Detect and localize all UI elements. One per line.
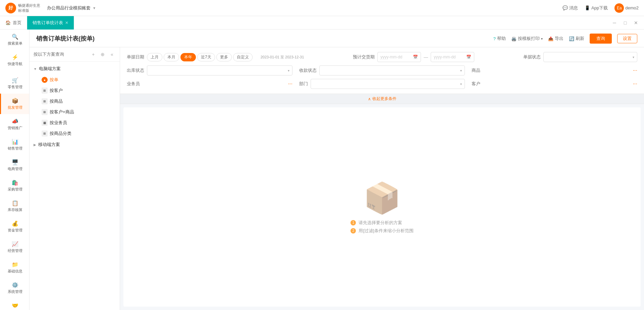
by-order-icon: ● xyxy=(42,77,48,83)
tree-item-by-order[interactable]: ● 按单 xyxy=(30,74,120,85)
salesperson-label: 业务员 xyxy=(127,81,140,87)
tree-group-desktop[interactable]: ▼ 电脑端方案 xyxy=(30,63,120,74)
export-btn[interactable]: 📤 导出 xyxy=(548,36,564,42)
date-btn-last-7-days[interactable]: 近7天 xyxy=(197,53,215,61)
sidebar-item-system[interactable]: ⚙️ 系统管理 xyxy=(0,278,29,298)
tree-group-desktop-label: 电脑端方案 xyxy=(39,66,61,72)
calendar-icon-end: 📅 xyxy=(466,55,471,59)
customer-filter-group: 客户 ··· xyxy=(472,81,637,87)
help-icon: ? xyxy=(493,36,496,41)
date-btn-more[interactable]: 更多 xyxy=(216,53,232,61)
sidebar-item-operation[interactable]: 📈 经营管理 xyxy=(0,237,29,257)
home-icon: 🏠 xyxy=(5,20,11,25)
sidebar-item-retail[interactable]: 🛒 零售管理 xyxy=(0,73,29,94)
sidebar-item-purchase[interactable]: 🛍️ 采购管理 xyxy=(0,175,29,196)
date-btn-this-year[interactable]: 本年 xyxy=(180,53,196,61)
body-area: 按以下方案查询 + ⊕ « ▼ 电脑端方案 ● xyxy=(30,47,644,310)
tree-item-by-category[interactable]: ⊞ 按商品分类 xyxy=(30,128,120,139)
finance-icon: 💰 xyxy=(12,220,18,227)
basic-icon: 📁 xyxy=(12,261,18,268)
collapse-btn[interactable]: ∧ 收起更多条件 xyxy=(368,96,396,102)
customer-dots[interactable]: ··· xyxy=(633,81,637,87)
help-btn[interactable]: ? 帮助 xyxy=(493,36,506,42)
date-btn-prev-month[interactable]: 上月 xyxy=(147,53,162,61)
window-close-btn[interactable]: ✕ xyxy=(632,19,640,27)
tip-text-1: 请先选择要分析的方案 xyxy=(359,220,402,226)
top-dropdown-icon[interactable]: ▾ xyxy=(93,6,95,10)
operation-icon: 📈 xyxy=(12,241,18,247)
tree-item-by-customer[interactable]: ⊞ 按客户 xyxy=(30,85,120,96)
query-btn[interactable]: 查询 xyxy=(590,34,612,44)
app-download-btn[interactable]: 📱 App下载 xyxy=(585,5,608,11)
tabbar-actions: ─ □ ✕ xyxy=(610,19,644,27)
message-btn[interactable]: 💬 消息 xyxy=(562,5,578,11)
expected-date-end[interactable]: yyyy-mm-dd 📅 xyxy=(431,52,474,62)
date-btn-this-month[interactable]: 本月 xyxy=(164,53,179,61)
payment-label: 收款状态 xyxy=(299,67,317,73)
salesperson-input-area: ··· xyxy=(143,81,292,87)
window-maximize-btn[interactable]: □ xyxy=(621,19,629,27)
filter-row-3: 业务员 ··· 部门 ▾ xyxy=(127,79,637,89)
salesperson-dots[interactable]: ··· xyxy=(288,81,292,87)
settings-btn[interactable]: 设置 xyxy=(617,34,637,43)
sidebar-item-finance[interactable]: 💰 资金管理 xyxy=(0,216,29,237)
user-profile[interactable]: Ea demo2 xyxy=(614,3,639,13)
empty-tip-2: 2 用[过滤]条件来缩小分析范围 xyxy=(351,228,413,234)
tab-sales-stat[interactable]: 销售订单统计表 ✕ xyxy=(27,16,74,30)
system-icon: ⚙️ xyxy=(12,282,18,288)
page-header: 销售订单统计表(按单) ? 帮助 🖨️ 按模板打印 ▾ 📤 导出 xyxy=(30,30,644,47)
tab-close-icon[interactable]: ✕ xyxy=(65,20,68,25)
tree-item-by-product[interactable]: ⊞ 按商品 xyxy=(30,96,120,107)
by-category-label: 按商品分类 xyxy=(50,131,71,137)
inventory-icon: 📋 xyxy=(12,200,18,206)
sidebar-item-search[interactable]: 🔍 搜索菜单 xyxy=(0,30,29,50)
logo-area: 好 畅捷通好生意 标准版 xyxy=(5,3,40,13)
print-btn[interactable]: 🖨️ 按模板打印 ▾ xyxy=(511,36,543,42)
left-panel-settings-btn[interactable]: ⊕ xyxy=(99,51,106,58)
payment-select[interactable]: ▾ xyxy=(319,65,465,75)
product-dots[interactable]: ··· xyxy=(633,67,637,73)
shortcut-icon: ⚡ xyxy=(12,54,18,60)
shipment-select[interactable]: ▾ xyxy=(147,65,292,75)
sidebar-item-inventory[interactable]: 📋 库存核算 xyxy=(0,196,29,216)
tip-text-2: 用[过滤]条件来缩小分析范围 xyxy=(359,228,413,234)
dept-select[interactable]: ▾ xyxy=(311,79,465,89)
top-title: 办公用品行业模拟账套 xyxy=(47,5,91,11)
tree-group-mobile-label: 移动端方案 xyxy=(38,142,60,148)
left-panel-add-btn[interactable]: + xyxy=(90,51,97,58)
sales-icon: 📊 xyxy=(12,139,18,145)
shipment-chevron: ▾ xyxy=(288,69,289,72)
tree-item-by-cust-prod[interactable]: ⊞ 按客户+商品 xyxy=(30,107,120,117)
empty-state: 📦 1 请先选择要分析的方案 2 用[过滤]条件来缩小分析范围 xyxy=(123,107,641,307)
tree-item-by-salesperson[interactable]: ▦ 按业务员 xyxy=(30,117,120,128)
tip-num-2: 2 xyxy=(351,228,356,234)
date-btn-custom[interactable]: 自定义 xyxy=(233,53,253,61)
sidebar-item-sales[interactable]: 📊 销售管理 xyxy=(0,135,29,155)
expected-date-start[interactable]: yyyy-mm-dd 📅 xyxy=(377,52,421,62)
status-select[interactable]: ▾ xyxy=(543,52,637,62)
date-range-text: 2023-01-01 至 2023-12-31 xyxy=(261,55,304,59)
refresh-btn[interactable]: 🔄 刷新 xyxy=(569,36,584,42)
main-layout: 🔍 搜索菜单 ⚡ 快捷导航 🛒 零售管理 📦 批发管理 📣 营销推广 📊 销售管… xyxy=(0,30,644,310)
topbar: 好 畅捷通好生意 标准版 办公用品行业模拟账套 ▾ 💬 消息 📱 App下载 E… xyxy=(0,0,644,16)
by-product-label: 按商品 xyxy=(50,98,63,104)
by-category-icon: ⊞ xyxy=(42,131,48,137)
sidebar-item-enterprise[interactable]: 🤝 企业协同 xyxy=(0,298,29,310)
sidebar-item-wholesale[interactable]: 📦 批发管理 xyxy=(0,94,29,114)
sidebar-item-ecommerce[interactable]: 🖥️ 电商管理 xyxy=(0,155,29,175)
by-customer-icon: ⊞ xyxy=(42,88,48,94)
sidebar-item-marketing[interactable]: 📣 营销推广 xyxy=(0,114,29,135)
sidebar-item-basic[interactable]: 📁 基础信息 xyxy=(0,257,29,278)
sidebar-item-shortcut[interactable]: ⚡ 快捷导航 xyxy=(0,50,29,70)
filter-section: 单据日期 上月 本月 本年 近7天 更多 自定义 2023-01-0 xyxy=(120,47,644,94)
left-panel-collapse-btn[interactable]: « xyxy=(108,51,116,58)
status-chevron: ▾ xyxy=(633,55,634,59)
message-icon: 💬 xyxy=(562,5,568,10)
tab-home[interactable]: 🏠 首页 xyxy=(0,16,27,30)
expand-icon-desktop: ▼ xyxy=(34,67,37,71)
window-minimize-btn[interactable]: ─ xyxy=(610,19,619,27)
marketing-icon: 📣 xyxy=(12,118,18,124)
by-salesperson-icon: ▦ xyxy=(42,120,48,126)
purchase-icon: 🛍️ xyxy=(12,179,18,186)
tree-group-mobile[interactable]: ▶ 移动端方案 xyxy=(30,139,120,150)
